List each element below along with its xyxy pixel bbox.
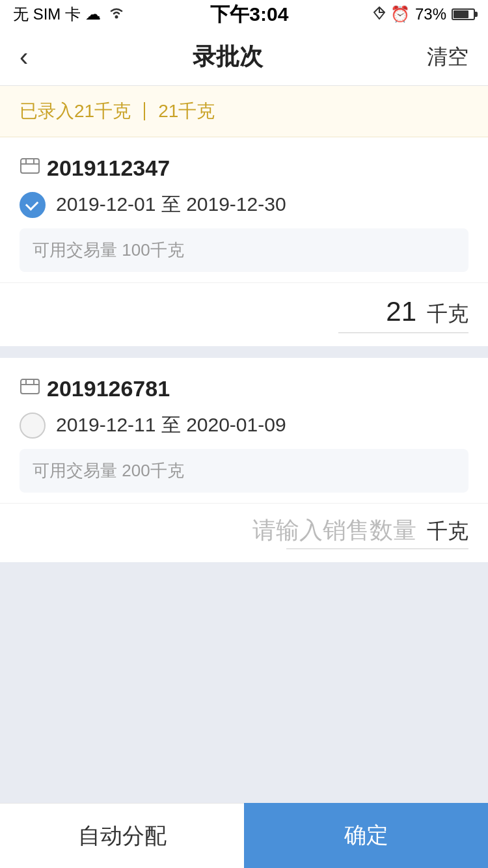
summary-banner: 已录入21千克 21千克 — [0, 86, 488, 137]
status-left: 无 SIM 卡 ☁ — [13, 4, 126, 25]
batch-2-quantity-unit: 千克 — [427, 517, 468, 546]
auto-distribute-button[interactable]: 自动分配 — [0, 803, 244, 868]
batch-2-avail-text: 可用交易量 200千克 — [33, 461, 184, 480]
empty-area — [0, 562, 488, 835]
status-right: ⏰ 73% — [373, 5, 475, 23]
summary-label: 已录入21千克 — [20, 99, 131, 124]
page-title: 录批次 — [193, 41, 263, 73]
svg-rect-1 — [21, 159, 39, 173]
back-button[interactable]: ‹ — [20, 42, 28, 72]
battery-percent: 73% — [415, 5, 446, 23]
bottom-bar: 自动分配 确定 — [0, 803, 488, 868]
batch-1-icon — [20, 156, 40, 180]
batch-1-number: 2019112347 — [47, 156, 170, 181]
summary-value: 21千克 — [158, 99, 215, 124]
location-icon — [373, 5, 385, 23]
status-time: 下午3:04 — [210, 1, 288, 28]
clear-button[interactable]: 清空 — [427, 43, 468, 72]
section-separator — [0, 346, 488, 358]
input-underline — [286, 549, 468, 549]
batch-1-quantity-row: 21 千克 — [0, 282, 488, 346]
batch-1-avail-text: 可用交易量 100千克 — [33, 240, 184, 260]
batch-2-number: 2019126781 — [47, 376, 170, 401]
batch-2-date-row[interactable]: 2019-12-11 至 2020-01-09 — [0, 407, 488, 444]
svg-rect-5 — [21, 379, 39, 394]
battery-icon — [452, 8, 475, 20]
batch-2-date: 2019-12-11 至 2020-01-09 — [56, 412, 286, 439]
batch-2-avail: 可用交易量 200千克 — [20, 449, 468, 493]
summary-divider — [144, 102, 145, 120]
batch-2-quantity-row: 千克 — [0, 503, 488, 562]
batch-1-quantity-value: 21 — [386, 296, 416, 327]
batch-1-quantity-unit: 千克 — [427, 300, 468, 329]
batch-1-date-row[interactable]: 2019-12-01 至 2019-12-30 — [0, 186, 488, 223]
batch-1-radio[interactable] — [20, 192, 46, 218]
batch-1-avail: 可用交易量 100千克 — [20, 228, 468, 272]
batch-2-radio[interactable] — [20, 413, 46, 439]
status-bar: 无 SIM 卡 ☁ 下午3:04 ⏰ 73% — [0, 0, 488, 29]
nav-bar: ‹ 录批次 清空 — [0, 29, 488, 86]
batch-2-header: 2019126781 — [0, 358, 488, 407]
svg-point-0 — [115, 16, 118, 19]
alarm-icon: ⏰ — [390, 5, 410, 23]
quantity-input[interactable] — [221, 517, 416, 544]
batch-1-header: 2019112347 — [0, 137, 488, 186]
batch-1-date: 2019-12-01 至 2019-12-30 — [56, 191, 286, 218]
batch-card-2: 2019126781 2019-12-11 至 2020-01-09 可用交易量… — [0, 358, 488, 562]
batch-card-1: 2019112347 2019-12-01 至 2019-12-30 可用交易量… — [0, 137, 488, 346]
batch-2-icon — [20, 377, 40, 401]
no-sim-text: 无 SIM 卡 ☁ — [13, 4, 101, 25]
wifi-icon — [107, 5, 126, 23]
confirm-button[interactable]: 确定 — [244, 803, 488, 868]
